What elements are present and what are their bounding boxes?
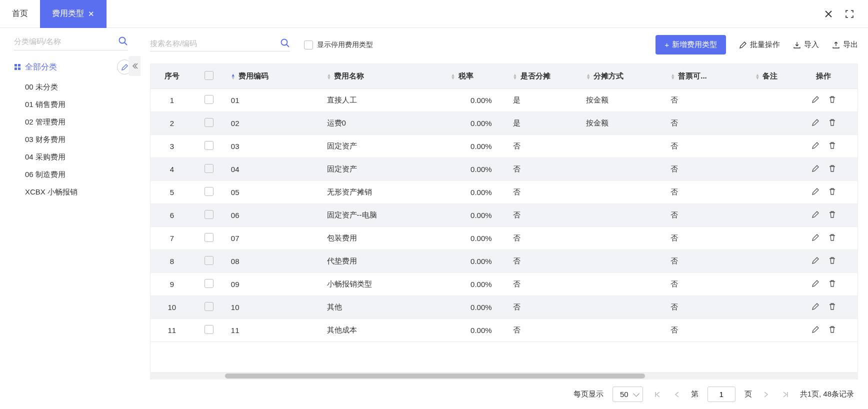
import-button[interactable]: 导入	[793, 40, 819, 50]
per-page-label: 每页显示	[574, 390, 604, 399]
delete-row-button[interactable]	[828, 188, 836, 196]
col-index[interactable]: 序号	[150, 64, 194, 89]
edit-row-button[interactable]	[812, 280, 820, 288]
delete-row-button[interactable]	[828, 234, 836, 242]
delete-row-button[interactable]	[828, 118, 836, 126]
search-icon[interactable]	[280, 38, 290, 48]
sidebar-item[interactable]: 03 财务费用	[25, 135, 132, 144]
col-method[interactable]: ▲▼分摊方式	[580, 64, 664, 89]
delete-row-button[interactable]	[828, 256, 836, 264]
sidebar-search	[14, 36, 128, 50]
cell-checkbox[interactable]	[194, 227, 225, 250]
edit-row-button[interactable]	[812, 234, 820, 242]
grid-icon	[14, 64, 21, 70]
col-share[interactable]: ▲▼是否分摊	[507, 64, 580, 89]
scrollbar-thumb[interactable]	[225, 374, 645, 378]
cell-rate: 0.00%	[445, 112, 507, 135]
delete-row-button[interactable]	[828, 302, 836, 310]
search-icon[interactable]	[118, 36, 128, 46]
edit-row-button[interactable]	[812, 188, 820, 196]
category-search-input[interactable]	[14, 37, 118, 46]
cell-index: 5	[150, 181, 194, 204]
close-icon[interactable]: ✕	[88, 10, 94, 18]
export-button[interactable]: 导出	[832, 40, 858, 50]
delete-row-button[interactable]	[828, 210, 836, 218]
edit-row-button[interactable]	[812, 164, 820, 172]
fullscreen-icon[interactable]	[845, 10, 854, 18]
delete-row-button[interactable]	[828, 280, 836, 288]
cell-checkbox[interactable]	[194, 296, 225, 319]
cell-share: 否	[507, 204, 580, 227]
edit-row-button[interactable]	[812, 96, 820, 104]
sidebar-item[interactable]: 04 采购费用	[25, 152, 132, 162]
batch-action-button[interactable]: 批量操作	[739, 40, 780, 50]
add-expense-type-button[interactable]: + 新增费用类型	[656, 35, 726, 54]
table-scroll[interactable]: 序号 ▲▼费用编码 ▲▼费用名称 ▲▼税率 ▲▼是否分摊 ▲▼分摊方式 ▲▼普票…	[150, 64, 858, 372]
sidebar-item[interactable]: 06 制造费用	[25, 170, 132, 180]
cell-checkbox[interactable]	[194, 250, 225, 273]
cell-invoice: 否	[664, 181, 749, 204]
cell-code: 08	[225, 250, 321, 273]
edit-row-button[interactable]	[812, 118, 820, 126]
cell-checkbox[interactable]	[194, 135, 225, 158]
cell-code: 02	[225, 112, 321, 135]
col-invoice[interactable]: ▲▼普票可...	[664, 64, 749, 89]
checkbox-icon	[204, 279, 214, 288]
edit-row-button[interactable]	[812, 142, 820, 150]
sidebar-item[interactable]: 02 管理费用	[25, 118, 132, 127]
col-rate[interactable]: ▲▼税率	[445, 64, 507, 89]
edit-row-button[interactable]	[812, 326, 820, 334]
cell-method	[580, 158, 664, 181]
tab-home[interactable]: 首页	[0, 0, 40, 28]
table-row: 505无形资产摊销0.00%否否	[150, 181, 858, 204]
col-remark[interactable]: ▲▼备注	[749, 64, 790, 89]
last-page-button[interactable]	[780, 391, 791, 398]
delete-row-button[interactable]	[828, 164, 836, 172]
cell-action	[790, 296, 858, 319]
tab-expense-type[interactable]: 费用类型 ✕	[40, 0, 106, 28]
sidebar-item[interactable]: 00 未分类	[25, 82, 132, 92]
category-list: 00 未分类01 销售费用02 管理费用03 财务费用04 采购费用06 制造费…	[14, 82, 132, 197]
edit-row-button[interactable]	[812, 302, 820, 310]
next-page-button[interactable]	[761, 391, 771, 398]
collapse-sidebar-button[interactable]	[128, 56, 140, 76]
prev-page-button[interactable]	[672, 391, 682, 398]
cell-code: 09	[225, 273, 321, 296]
search-input[interactable]	[150, 39, 280, 48]
cell-checkbox[interactable]	[194, 112, 225, 135]
first-page-button[interactable]	[652, 391, 663, 398]
all-categories[interactable]: 全部分类	[14, 60, 132, 74]
cell-rate: 0.00%	[445, 227, 507, 250]
page-number-input[interactable]	[708, 386, 736, 402]
delete-row-button[interactable]	[828, 142, 836, 150]
cell-share: 是	[507, 89, 580, 112]
delete-row-button[interactable]	[828, 96, 836, 104]
cell-checkbox[interactable]	[194, 158, 225, 181]
cell-checkbox[interactable]	[194, 204, 225, 227]
per-page-select[interactable]: 50	[612, 386, 643, 402]
cell-checkbox[interactable]	[194, 273, 225, 296]
cell-checkbox[interactable]	[194, 89, 225, 112]
cell-method	[580, 181, 664, 204]
delete-row-button[interactable]	[828, 326, 836, 334]
col-code[interactable]: ▲▼费用编码	[225, 64, 321, 89]
edit-row-button[interactable]	[812, 256, 820, 264]
cell-share: 否	[507, 273, 580, 296]
cell-code: 10	[225, 296, 321, 319]
col-name[interactable]: ▲▼费用名称	[321, 64, 445, 89]
cell-share: 否	[507, 158, 580, 181]
col-select-all[interactable]	[194, 64, 225, 89]
show-disabled-checkbox[interactable]: 显示停用费用类型	[304, 40, 373, 50]
cell-action	[790, 250, 858, 273]
cell-checkbox[interactable]	[194, 319, 225, 342]
cell-method	[580, 250, 664, 273]
cell-method	[580, 135, 664, 158]
sidebar-item[interactable]: 01 销售费用	[25, 100, 132, 110]
edit-row-button[interactable]	[812, 210, 820, 218]
cell-checkbox[interactable]	[194, 181, 225, 204]
horizontal-scrollbar[interactable]	[150, 372, 858, 380]
sidebar-item[interactable]: XCBX 小畅报销	[25, 188, 132, 197]
close-all-icon[interactable]	[824, 10, 833, 18]
checkbox-icon	[204, 210, 214, 219]
cell-remark	[749, 296, 790, 319]
